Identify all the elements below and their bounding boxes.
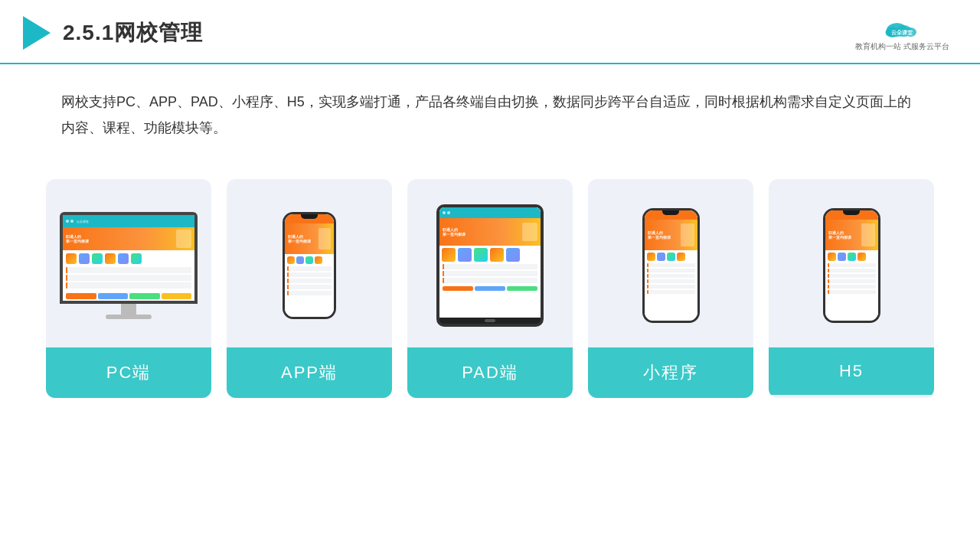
page-title: 2.5.1网校管理 (63, 18, 203, 47)
monitor-mockup: 云朵课堂 职通人的第一堂均衡课 (60, 212, 198, 319)
miniprogram-preview: 职通人的第一堂均衡课 (588, 179, 753, 347)
pc-label: PC端 (46, 347, 211, 398)
logo-icon: 云朵课堂 (880, 14, 926, 41)
pad-label: PAD端 (407, 347, 573, 398)
miniprogram-card: 职通人的第一堂均衡课 (588, 179, 753, 398)
header-left: 2.5.1网校管理 (23, 16, 203, 50)
h5-label: H5 (769, 347, 934, 395)
phone-mockup: 职通人的第一堂均衡课 (283, 212, 336, 319)
pc-card: 云朵课堂 职通人的第一堂均衡课 (46, 179, 211, 398)
device-cards-container: 云朵课堂 职通人的第一堂均衡课 (0, 156, 980, 429)
description-paragraph: 网校支持PC、APP、PAD、小程序、H5，实现多端打通，产品各终端自由切换，数… (61, 89, 919, 141)
miniprogram-phone-mockup: 职通人的第一堂均衡课 (642, 208, 700, 323)
svg-text:云朵课堂: 云朵课堂 (891, 29, 913, 35)
h5-preview: 职通人的第一堂均衡课 (769, 179, 934, 347)
tablet-mockup: 职通人的第一堂均衡课 (436, 204, 544, 327)
pad-card: 职通人的第一堂均衡课 (407, 179, 573, 398)
page-header: 2.5.1网校管理 云朵课堂 教育机构一站 式服务云平台 (0, 0, 980, 64)
logo-area: 云朵课堂 教育机构一站 式服务云平台 (855, 14, 949, 52)
play-icon (23, 16, 51, 50)
pad-preview: 职通人的第一堂均衡课 (407, 179, 573, 347)
miniprogram-label: 小程序 (588, 347, 753, 398)
description-text: 网校支持PC、APP、PAD、小程序、H5，实现多端打通，产品各终端自由切换，数… (0, 64, 980, 148)
app-preview: 职通人的第一堂均衡课 (227, 179, 392, 347)
pc-preview: 云朵课堂 职通人的第一堂均衡课 (46, 179, 211, 347)
app-label: APP端 (227, 347, 392, 398)
h5-card: 职通人的第一堂均衡课 (769, 179, 934, 398)
app-card: 职通人的第一堂均衡课 (227, 179, 392, 398)
logo-tagline: 教育机构一站 式服务云平台 (855, 41, 949, 52)
h5-phone-mockup: 职通人的第一堂均衡课 (823, 208, 880, 323)
